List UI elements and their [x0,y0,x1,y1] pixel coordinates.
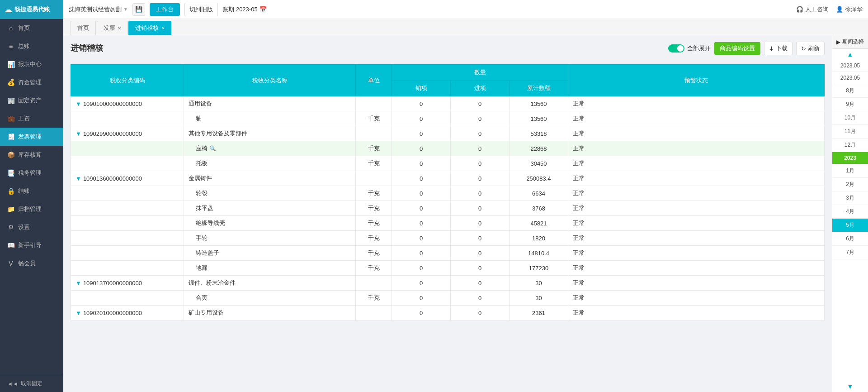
table-cell-purchase: 0 [451,231,509,246]
period-item[interactable]: 10月 [832,111,868,125]
table-cell-sales: 0 [392,261,451,276]
sidebar-item-closing[interactable]: 🔒 结账 [0,182,63,200]
period-item[interactable]: 12月 [832,139,868,152]
sidebar-item-settings[interactable]: ⚙ 设置 [0,218,63,236]
period-item[interactable]: 2月 [832,178,868,191]
tab-invoices-close[interactable]: × [118,25,121,31]
sidebar-item-funds[interactable]: 💰 资金管理 [0,73,63,91]
table-cell-status: 正常 [568,231,825,246]
unpin-label: 取消固定 [21,380,42,387]
sidebar-item-vip[interactable]: V 畅会员 [0,254,63,272]
period-label: 账期 [222,5,234,14]
panel-scroll-up[interactable]: ▲ [832,49,868,60]
sidebar-item-guide[interactable]: 📖 新手引导 [0,236,63,254]
refresh-btn[interactable]: ↻ 刷新 [796,42,825,55]
sidebar-item-label: 报表中心 [18,60,42,68]
expand-icon[interactable]: ▼ [75,280,81,287]
sidebar-item-label: 资金管理 [18,78,42,86]
panel-scroll-down[interactable]: ▼ [832,381,868,392]
sidebar-item-archive[interactable]: 📁 归档管理 [0,200,63,218]
tab-home[interactable]: 首页 [71,21,96,35]
topbar-right: 🎧 人工咨询 👤 徐泽华 [796,5,863,14]
sidebar-item-payroll[interactable]: 💼 工资 [0,110,63,128]
table-cell-name: 托板 [184,156,356,171]
support-button[interactable]: 🎧 人工咨询 [796,5,829,14]
table-cell-purchase: 0 [451,276,509,291]
table-cell-name: 绝缘导线壳 [184,216,356,231]
table-cell-unit: 千克 [356,111,392,126]
sidebar-item-ledger[interactable]: ≡ 总账 [0,37,63,55]
col-tax-code: 税收分类编码 [71,65,184,96]
table-cell-name: 手轮 [184,231,356,246]
table-cell-name: 合页 [184,291,356,306]
expand-icon[interactable]: ▼ [75,100,81,107]
period-item[interactable]: 11月 [832,125,868,139]
workbench-button[interactable]: 工作台 [150,3,180,16]
company-selector[interactable]: 沈海英测试经营勿删 ▼ [69,5,128,14]
switch-version-button[interactable]: 切到旧版 [184,3,218,16]
sidebar-item-label: 税务管理 [18,169,42,177]
search-icon[interactable]: 🔍 [209,145,216,152]
calendar-icon[interactable]: 📅 [259,6,267,13]
user-menu[interactable]: 👤 徐泽华 [836,5,863,14]
sidebar-item-reports[interactable]: 📊 报表中心 [0,55,63,73]
tax-icon: 📑 [7,169,14,177]
guide-icon: 📖 [7,242,14,249]
table-cell-unit: 千克 [356,231,392,246]
sidebar-item-invoices[interactable]: 🧾 发票管理 [0,128,63,146]
invoices-icon: 🧾 [7,133,14,140]
main-area: 沈海英测试经营勿删 ▼ 💾 工作台 切到旧版 账期 2023-05 📅 🎧 人工… [63,0,868,392]
table-cell-sales: 0 [392,216,451,231]
sidebar-item-label: 发票管理 [18,133,42,141]
table-cell-purchase: 0 [451,171,509,186]
sidebar-item-inventory[interactable]: 📦 库存核算 [0,146,63,164]
reports-icon: 📊 [7,61,14,68]
save-button[interactable]: 💾 [132,3,145,16]
topbar: 沈海英测试经营勿删 ▼ 💾 工作台 切到旧版 账期 2023-05 📅 🎧 人工… [63,0,868,19]
table-cell-purchase: 0 [451,246,509,261]
table-cell-unit: 千克 [356,291,392,306]
archive-icon: 📁 [7,206,14,213]
expand-icon[interactable]: ▼ [75,175,81,182]
table-cell-code [71,246,184,261]
settings-icon: ⚙ [7,224,14,231]
expand-icon[interactable]: ▼ [75,130,81,137]
table-cell-purchase: 0 [451,141,509,156]
table-cell-sales: 0 [392,201,451,216]
period-item[interactable]: 3月 [832,191,868,205]
period-item[interactable]: 9月 [832,98,868,111]
table-cell-unit: 千克 [356,186,392,201]
product-code-btn[interactable]: 商品编码设置 [714,42,760,55]
expand-icon[interactable]: ▼ [75,310,81,316]
unpin-button[interactable]: ◄◄ 取消固定 [0,375,63,392]
table-cell-code [71,216,184,231]
table-cell-unit: 千克 [356,216,392,231]
expand-label: 全部展开 [687,44,711,53]
tab-check[interactable]: 进销稽核 × [128,21,171,35]
period-item[interactable]: 2023.05 [832,60,868,72]
period-item[interactable]: 2023 [832,152,868,164]
sidebar-item-tax[interactable]: 📑 税务管理 [0,164,63,182]
table-cell-unit: 千克 [356,156,392,171]
expand-toggle[interactable]: 全部展开 [668,44,711,53]
period-item[interactable]: 8月 [832,84,868,98]
download-btn[interactable]: ⬇ 下载 [764,42,793,55]
period-item[interactable]: 6月 [832,232,868,246]
sidebar-item-fixed-assets[interactable]: 🏢 固定资产 [0,91,63,110]
tab-check-close[interactable]: × [161,25,164,31]
table-cell-status: 正常 [568,216,825,231]
table-cell-code [71,186,184,201]
tab-invoices[interactable]: 发票 × [97,21,127,35]
period-item[interactable]: 2023.05 [832,72,868,84]
period-item[interactable]: 4月 [832,205,868,219]
fixed-assets-icon: 🏢 [7,97,14,104]
period-item[interactable]: 7月 [832,246,868,259]
table-cell-purchase: 0 [451,201,509,216]
sidebar-item-label: 设置 [18,223,30,231]
period-item[interactable]: 1月 [832,164,868,178]
table-cell-total: 3768 [509,201,568,216]
toggle-switch[interactable] [668,44,684,53]
sidebar-item-home[interactable]: ⌂ 首页 [0,19,63,37]
period-item[interactable]: 5月 [832,219,868,232]
table-cell-purchase: 0 [451,156,509,171]
